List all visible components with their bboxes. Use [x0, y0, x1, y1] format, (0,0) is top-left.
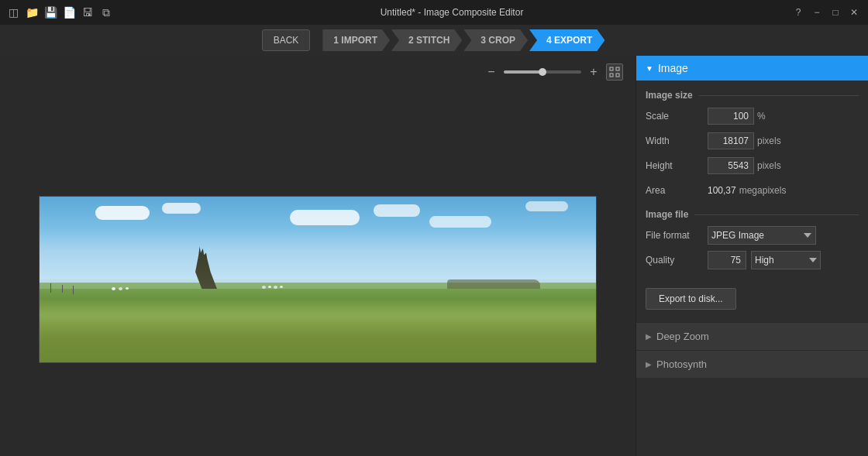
quality-preset-select[interactable]: Low Medium High Maximum [751, 251, 821, 269]
preview-image [39, 196, 597, 363]
main-content: − + [0, 56, 868, 456]
file-format-row: File format JPEG Image PNG Image TIFF Im… [646, 226, 859, 245]
quality-label: Quality [646, 255, 708, 266]
toolbar-icons: ◫ 📁 💾 📄 🖫 ⧉ [6, 5, 113, 19]
width-row: Width pixels [646, 132, 859, 150]
photosynth-title: Photosynth [656, 358, 707, 370]
area-unit: megapixels [739, 185, 787, 196]
height-unit: pixels [757, 160, 781, 171]
image-section-arrow: ▼ [646, 64, 653, 73]
new-icon[interactable]: ◫ [6, 5, 20, 19]
quality-input[interactable] [708, 251, 746, 269]
photosynth-section-header[interactable]: ▶ Photosynth [636, 350, 868, 378]
deep-zoom-section-header[interactable]: ▶ Deep Zoom [636, 322, 868, 350]
open-folder-icon[interactable]: 📁 [25, 5, 39, 19]
back-button[interactable]: BACK [262, 29, 311, 51]
close-btn[interactable]: ✕ [846, 5, 862, 20]
step-crop-label: 3 CROP [480, 35, 515, 46]
image-section-body: Image size Scale % Width pixels Height [636, 81, 868, 322]
width-value-group: pixels [708, 132, 781, 149]
save-folder-icon[interactable]: 💾 [43, 5, 57, 19]
zoom-slider[interactable] [504, 70, 581, 74]
zoom-fit-btn[interactable] [606, 63, 623, 81]
step-import[interactable]: 1 IMPORT [322, 29, 390, 51]
help-btn[interactable]: ? [790, 5, 806, 20]
image-file-label: Image file [646, 209, 859, 220]
steps-container: 1 IMPORT 2 STITCH 3 CROP 4 EXPORT [322, 29, 606, 51]
area-value: 100,37 [708, 185, 736, 196]
step-export-label: 4 EXPORT [546, 35, 592, 46]
maximize-btn[interactable]: □ [828, 5, 843, 20]
quality-controls: Low Medium High Maximum [708, 251, 821, 269]
export-to-disk-button[interactable]: Export to disk... [646, 288, 736, 310]
scale-label: Scale [646, 111, 708, 122]
height-row: Height pixels [646, 156, 859, 175]
svg-rect-2 [610, 74, 613, 77]
zoom-in-btn[interactable]: + [586, 64, 601, 80]
svg-rect-1 [616, 67, 619, 70]
step-stitch[interactable]: 2 STITCH [391, 29, 462, 51]
file-format-select[interactable]: JPEG Image PNG Image TIFF Image BMP Imag… [708, 226, 816, 245]
window-controls: ? − □ ✕ [790, 5, 862, 20]
export-icon[interactable]: ⧉ [99, 5, 113, 19]
file-format-label: File format [646, 230, 708, 241]
window-title: Untitled* - Image Composite Editor [381, 7, 524, 18]
zoom-slider-thumb [539, 68, 546, 76]
step-stitch-label: 2 STITCH [408, 35, 450, 46]
width-unit: pixels [757, 135, 781, 146]
right-panel: ▼ Image Image size Scale % Width pixels [636, 56, 868, 456]
open-file-icon[interactable]: 📄 [62, 5, 76, 19]
area-row: Area 100,37 megapixels [646, 181, 859, 200]
quality-row: Quality Low Medium High Maximum [646, 251, 859, 269]
width-label: Width [646, 135, 708, 146]
file-format-value-group: JPEG Image PNG Image TIFF Image BMP Imag… [708, 226, 816, 245]
height-label: Height [646, 160, 708, 171]
area-label: Area [646, 185, 708, 196]
step-import-label: 1 IMPORT [333, 35, 377, 46]
photosynth-arrow: ▶ [646, 360, 652, 369]
scale-row: Scale % [646, 107, 859, 125]
zoom-slider-track [504, 70, 542, 74]
save-icon[interactable]: 🖫 [81, 5, 95, 19]
export-section: Export to disk... [646, 282, 859, 313]
scale-unit: % [757, 111, 766, 122]
scale-value-group: % [708, 108, 766, 125]
image-size-label: Image size [646, 90, 859, 101]
image-container [0, 56, 636, 456]
zoom-bar: − + [484, 63, 623, 81]
svg-rect-0 [610, 67, 613, 70]
scale-input[interactable] [708, 108, 754, 125]
titlebar: ◫ 📁 💾 📄 🖫 ⧉ Untitled* - Image Composite … [0, 0, 868, 25]
image-section-header[interactable]: ▼ Image [636, 56, 868, 81]
step-crop[interactable]: 3 CROP [463, 29, 528, 51]
zoom-out-btn[interactable]: − [484, 64, 499, 80]
step-export[interactable]: 4 EXPORT [529, 29, 604, 51]
image-section-title: Image [658, 62, 688, 74]
step-navigation: BACK 1 IMPORT 2 STITCH 3 CROP 4 EXPORT [0, 25, 868, 56]
deep-zoom-arrow: ▶ [646, 332, 652, 341]
deep-zoom-title: Deep Zoom [656, 331, 709, 342]
area-value-group: 100,37 megapixels [708, 185, 786, 196]
height-input[interactable] [708, 157, 754, 174]
canvas-area: − + [0, 56, 636, 456]
minimize-btn[interactable]: − [809, 5, 825, 20]
width-input[interactable] [708, 132, 754, 149]
height-value-group: pixels [708, 157, 781, 174]
svg-rect-3 [616, 74, 619, 77]
